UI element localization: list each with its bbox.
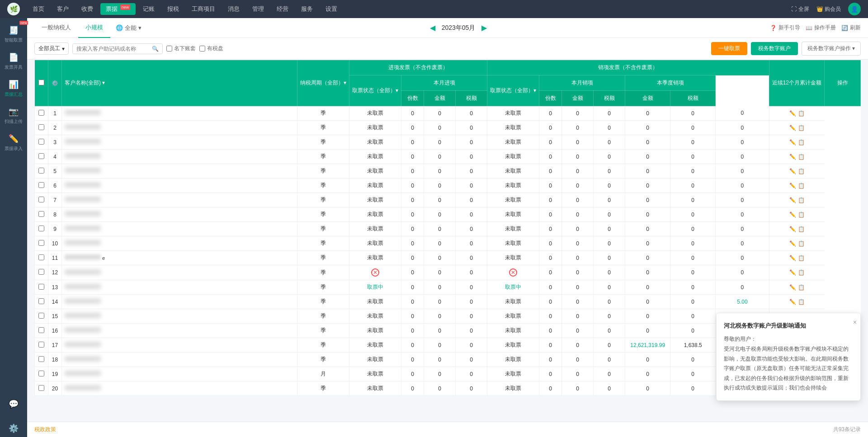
tax-ops-btn[interactable]: 税务数字账户操作 ▾: [802, 42, 861, 56]
one-click-btn[interactable]: 一键取票: [711, 42, 747, 55]
edit-icon[interactable]: ✏️: [789, 255, 796, 261]
fullscreen-btn[interactable]: ⛶ 全屏: [791, 5, 809, 13]
copy-icon[interactable]: 📋: [798, 211, 805, 218]
row-in-status[interactable]: 未取票: [349, 338, 401, 352]
row-in-status[interactable]: 未取票: [349, 251, 401, 265]
employee-select[interactable]: 全部员工 ▾: [34, 42, 69, 55]
row-name[interactable]: [62, 135, 297, 150]
nav-tax[interactable]: 报税: [162, 3, 184, 15]
edit-icon[interactable]: ✏️: [789, 240, 796, 247]
row-name[interactable]: [62, 207, 297, 222]
row-checkbox[interactable]: [38, 124, 44, 130]
row-name[interactable]: [62, 236, 297, 251]
row-name[interactable]: [62, 121, 297, 135]
row-checkbox[interactable]: [38, 385, 44, 391]
row-checkbox[interactable]: [38, 269, 44, 275]
row-in-status[interactable]: 未取票: [349, 324, 401, 338]
tax-disk-checkbox[interactable]: [199, 46, 205, 52]
row-checkbox[interactable]: [38, 342, 44, 348]
row-checkbox[interactable]: [38, 197, 44, 202]
row-name[interactable]: e: [62, 251, 297, 265]
row-name[interactable]: [62, 381, 297, 396]
copy-icon[interactable]: 📋: [798, 255, 805, 261]
row-name[interactable]: [62, 265, 297, 280]
row-checkbox[interactable]: [38, 226, 44, 231]
nav-invoice[interactable]: 票据 new: [100, 3, 136, 15]
edit-icon[interactable]: ✏️: [789, 197, 796, 203]
sidebar-item-scan-upload[interactable]: 📷 扫描上传: [0, 103, 27, 128]
nav-settings[interactable]: 设置: [320, 3, 343, 15]
row-in-status[interactable]: 未取票: [349, 179, 401, 193]
sidebar-item-chat[interactable]: 💬: [0, 395, 27, 413]
row-out-status[interactable]: 未取票: [487, 222, 539, 236]
row-checkbox[interactable]: [38, 356, 44, 362]
edit-icon[interactable]: ✏️: [789, 139, 796, 146]
copy-icon[interactable]: 📋: [798, 110, 805, 117]
row-in-status[interactable]: 未取票: [349, 352, 401, 367]
copy-icon[interactable]: 📋: [798, 240, 805, 247]
row-checkbox[interactable]: [38, 313, 44, 319]
row-name[interactable]: [62, 150, 297, 164]
edit-icon[interactable]: ✏️: [789, 299, 796, 305]
row-checkbox[interactable]: [38, 139, 44, 145]
copy-icon[interactable]: 📋: [798, 299, 805, 305]
date-next-btn[interactable]: ▶: [479, 23, 490, 33]
th-name[interactable]: 客户名称(全部) ▾: [62, 60, 297, 106]
edit-icon[interactable]: ✏️: [789, 154, 796, 160]
copy-icon[interactable]: 📋: [798, 168, 805, 174]
row-out-status[interactable]: 未取票: [487, 309, 539, 324]
row-checkbox[interactable]: [38, 153, 44, 159]
row-out-status[interactable]: 未取票: [487, 193, 539, 207]
member-btn[interactable]: 👑 购会员: [816, 5, 841, 13]
row-checkbox[interactable]: [38, 371, 44, 376]
row-out-status[interactable]: 未取票: [487, 295, 539, 309]
row-out-status[interactable]: 未取票: [487, 352, 539, 367]
nav-customer[interactable]: 客户: [52, 3, 74, 15]
row-name[interactable]: [62, 222, 297, 236]
row-out-status[interactable]: 未取票: [487, 251, 539, 265]
copy-icon[interactable]: 📋: [798, 284, 805, 291]
edit-icon[interactable]: ✏️: [789, 183, 796, 189]
row-out-status[interactable]: 取票中: [487, 280, 539, 295]
row-out-status[interactable]: 未取票: [487, 381, 539, 396]
copy-icon[interactable]: 📋: [798, 226, 805, 232]
th-in-status[interactable]: 取票状态（全部）▾: [349, 75, 401, 106]
row-name[interactable]: [62, 164, 297, 179]
row-name[interactable]: [62, 280, 297, 295]
select-all-checkbox[interactable]: [38, 80, 44, 85]
sidebar-item-smart-invoice[interactable]: 🧾 智能取票 new: [0, 22, 27, 47]
row-in-status[interactable]: ✕: [349, 265, 401, 280]
copy-icon[interactable]: 📋: [798, 183, 805, 189]
copy-icon[interactable]: 📋: [798, 197, 805, 203]
row-out-status[interactable]: 未取票: [487, 179, 539, 193]
row-out-status[interactable]: 未取票: [487, 121, 539, 135]
row-in-status[interactable]: 未取票: [349, 207, 401, 222]
edit-icon[interactable]: ✏️: [789, 125, 796, 131]
sidebar-item-invoice-summary[interactable]: 📊 票据汇总: [0, 76, 27, 101]
edit-icon[interactable]: ✏️: [789, 110, 796, 117]
nav-message[interactable]: 消息: [222, 3, 245, 15]
date-prev-btn[interactable]: ◀: [427, 23, 438, 33]
row-out-status[interactable]: 未取票: [487, 207, 539, 222]
row-in-status[interactable]: 未取票: [349, 236, 401, 251]
row-out-status[interactable]: ✕: [487, 265, 539, 280]
row-in-status[interactable]: 未取票: [349, 164, 401, 179]
nav-manage[interactable]: 管理: [247, 3, 269, 15]
sidebar-item-invoice-entry[interactable]: ✏️ 票据录入: [0, 130, 27, 155]
refresh-btn[interactable]: 🔄 刷新: [841, 24, 861, 32]
row-checkbox[interactable]: [38, 240, 44, 246]
search-box[interactable]: 🔍: [72, 43, 163, 54]
row-name[interactable]: [62, 338, 297, 352]
row-out-status[interactable]: 未取票: [487, 164, 539, 179]
row-name[interactable]: [62, 295, 297, 309]
th-tax-period[interactable]: 纳税周期（全部）▾: [297, 60, 349, 106]
user-avatar[interactable]: 👤: [848, 3, 861, 15]
tax-disk-filter[interactable]: 有税盘: [199, 45, 223, 52]
row-checkbox[interactable]: [38, 182, 44, 188]
row-in-status[interactable]: 未取票: [349, 381, 401, 396]
row-checkbox[interactable]: [38, 254, 44, 260]
row-name[interactable]: [62, 324, 297, 338]
sidebar-item-gear[interactable]: ⚙️: [0, 420, 27, 437]
tab-small-scale[interactable]: 小规模: [78, 18, 110, 38]
nav-fee[interactable]: 收费: [76, 3, 99, 15]
